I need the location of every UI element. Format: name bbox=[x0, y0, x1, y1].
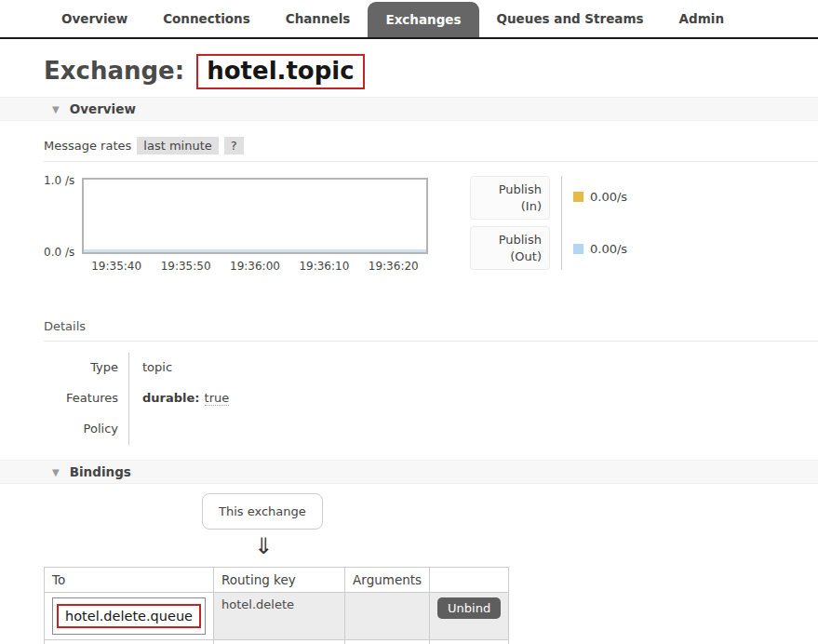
routing-key-value: hotel.delete bbox=[221, 597, 294, 611]
legend-publish-in-toggle[interactable]: Publish (In) bbox=[470, 176, 550, 220]
chart-plot-area bbox=[82, 178, 428, 254]
binding-direction-arrow-icon: ⇓ bbox=[249, 533, 277, 559]
publish-in-swatch-icon bbox=[573, 192, 583, 202]
details-features-value: durable:true bbox=[128, 383, 818, 414]
publish-out-zero-line bbox=[84, 249, 426, 252]
details-type-value: topic bbox=[128, 353, 818, 383]
y-axis-bottom-label: 0.0 /s bbox=[44, 246, 74, 259]
binding-row: hotel.insert.queue hotel.insert.update U… bbox=[45, 640, 509, 644]
details-policy-label: Policy bbox=[44, 414, 118, 445]
bindings-section-header[interactable]: ▼ Bindings bbox=[0, 460, 818, 484]
tab-exchanges[interactable]: Exchanges bbox=[368, 2, 478, 37]
page-title-prefix: Exchange: bbox=[44, 57, 184, 85]
details-heading: Details bbox=[44, 319, 818, 342]
binding-row: hotel.delete.queue hotel.delete Unbind bbox=[45, 593, 509, 640]
bindings-table-header-row: To Routing key Arguments bbox=[45, 568, 509, 593]
page-title: Exchange: hotel.topic bbox=[44, 57, 818, 85]
tab-admin[interactable]: Admin bbox=[662, 0, 742, 37]
this-exchange-button[interactable]: This exchange bbox=[202, 493, 323, 530]
x-tick: 19:36:20 bbox=[369, 260, 419, 273]
feature-durable-value: true bbox=[205, 391, 230, 406]
details-features-label: Features bbox=[44, 383, 118, 414]
publish-in-rate: 0.00/s bbox=[573, 190, 627, 204]
message-rates-chart: 1.0 /s 0.0 /s 19:35:40 19:35:50 19:36:00… bbox=[44, 174, 818, 288]
tab-connections[interactable]: Connections bbox=[145, 0, 268, 37]
x-axis-labels: 19:35:40 19:35:50 19:36:00 19:36:10 19:3… bbox=[82, 260, 428, 273]
col-header-routing-key: Routing key bbox=[214, 568, 345, 593]
col-header-to: To bbox=[45, 568, 214, 593]
publish-in-rate-value: 0.00/s bbox=[590, 190, 627, 204]
col-header-action bbox=[430, 568, 509, 593]
x-tick: 19:36:00 bbox=[230, 260, 280, 273]
rate-mode-selector[interactable]: last minute bbox=[137, 137, 218, 154]
publish-out-swatch-icon bbox=[573, 244, 583, 254]
x-tick: 19:35:40 bbox=[91, 260, 141, 273]
tab-queues-and-streams[interactable]: Queues and Streams bbox=[479, 0, 662, 37]
col-header-arguments: Arguments bbox=[345, 568, 430, 593]
chart-legend: Publish (In) Publish (Out) 0.00/s 0.00/s bbox=[470, 176, 627, 270]
details-policy-value bbox=[128, 414, 818, 445]
publish-out-rate: 0.00/s bbox=[573, 242, 627, 256]
legend-publish-out-toggle[interactable]: Publish (Out) bbox=[470, 226, 550, 270]
tab-overview[interactable]: Overview bbox=[44, 0, 145, 37]
top-nav: Overview Connections Channels Exchanges … bbox=[0, 0, 818, 39]
feature-durable-key: durable: bbox=[142, 391, 200, 405]
overview-section-header[interactable]: ▼ Overview bbox=[0, 97, 818, 121]
details-type-label: Type bbox=[44, 353, 118, 383]
message-rates-label: Message rates bbox=[44, 139, 131, 153]
help-icon[interactable]: ? bbox=[224, 137, 244, 154]
unbind-button[interactable]: Unbind bbox=[437, 597, 501, 619]
details-table: Type topic Features durable:true Policy bbox=[44, 353, 818, 445]
bindings-section-title: Bindings bbox=[70, 464, 131, 479]
arguments-value bbox=[345, 593, 430, 640]
queue-link-hotel-delete-queue[interactable]: hotel.delete.queue bbox=[52, 597, 206, 635]
x-tick: 19:36:10 bbox=[299, 260, 349, 273]
bindings-table: To Routing key Arguments hotel.delete.qu… bbox=[44, 567, 509, 644]
overview-section-title: Overview bbox=[70, 101, 136, 116]
message-rates-bar: Message rates last minute ? bbox=[44, 137, 818, 162]
exchange-name-highlighted: hotel.topic bbox=[196, 54, 364, 89]
x-tick: 19:35:50 bbox=[161, 260, 211, 273]
queue-name-highlighted: hotel.delete.queue bbox=[57, 604, 201, 628]
collapse-arrow-icon: ▼ bbox=[52, 467, 60, 477]
y-axis-top-label: 1.0 /s bbox=[44, 174, 74, 187]
tab-channels[interactable]: Channels bbox=[268, 0, 369, 37]
collapse-arrow-icon: ▼ bbox=[52, 104, 60, 114]
arguments-value bbox=[345, 640, 430, 644]
publish-out-rate-value: 0.00/s bbox=[590, 242, 627, 256]
legend-divider bbox=[561, 176, 562, 270]
